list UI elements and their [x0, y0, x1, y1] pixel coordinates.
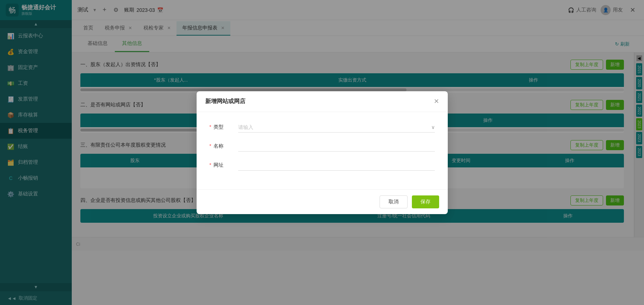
url-input[interactable] — [238, 160, 435, 170]
type-input-wrap: ∨ — [238, 122, 435, 133]
type-input[interactable] — [238, 122, 435, 132]
form-field-type: * 类型 ∨ — [210, 122, 435, 133]
save-button[interactable]: 保存 — [412, 195, 439, 208]
form-label-url: * 网址 — [210, 162, 238, 168]
required-mark-type: * — [210, 124, 211, 130]
name-input[interactable] — [238, 141, 435, 151]
name-label-text: 名称 — [213, 143, 224, 149]
type-dropdown-icon[interactable]: ∨ — [431, 124, 435, 130]
required-mark-url: * — [210, 162, 211, 168]
required-mark-name: * — [210, 143, 211, 149]
modal-close-button[interactable]: ✕ — [434, 98, 439, 105]
type-label-text: 类型 — [213, 124, 224, 130]
modal-title: 新增网站或网店 — [205, 98, 245, 105]
cancel-button[interactable]: 取消 — [380, 195, 408, 208]
modal-add-website: 新增网站或网店 ✕ * 类型 ∨ * 名称 — [197, 91, 448, 214]
modal-body: * 类型 ∨ * 名称 * — [197, 112, 448, 189]
url-input-wrap — [238, 160, 435, 171]
form-label-type: * 类型 — [210, 124, 238, 130]
modal-header: 新增网站或网店 ✕ — [197, 91, 448, 112]
modal-footer: 取消 保存 — [197, 189, 448, 214]
form-field-url: * 网址 — [210, 160, 435, 171]
url-label-text: 网址 — [213, 162, 224, 168]
form-label-name: * 名称 — [210, 143, 238, 149]
name-input-wrap — [238, 141, 435, 152]
modal-overlay[interactable]: 新增网站或网店 ✕ * 类型 ∨ * 名称 — [0, 0, 644, 305]
form-field-name: * 名称 — [210, 141, 435, 152]
